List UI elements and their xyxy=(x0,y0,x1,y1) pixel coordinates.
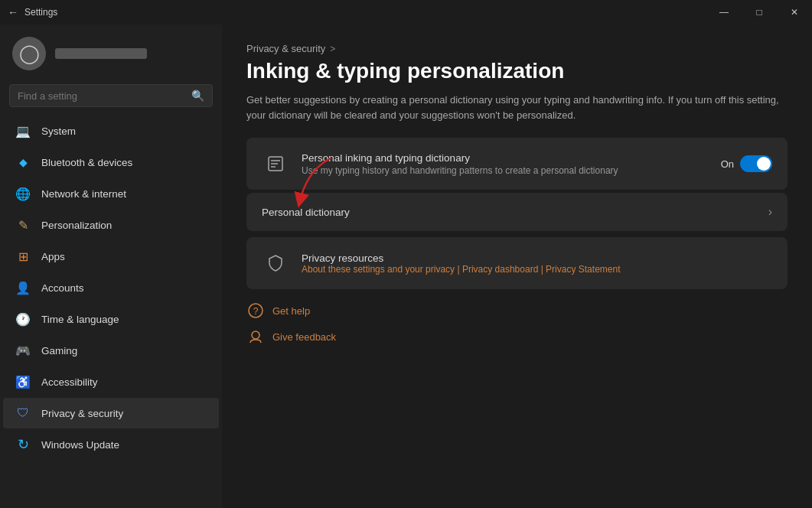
sidebar-item-label: Accessibility xyxy=(41,376,98,388)
sidebar-item-label: System xyxy=(41,125,76,137)
typing-dict-icon xyxy=(262,150,289,177)
sidebar-item-label: Windows Update xyxy=(41,439,119,451)
main-content: Privacy & security > Inking & typing per… xyxy=(222,24,812,508)
windows-update-icon: ↻ xyxy=(15,437,31,452)
sidebar-item-apps[interactable]: ⊞ Apps xyxy=(3,241,219,272)
typing-dict-title: Personal inking and typing dictionary xyxy=(302,152,709,164)
get-help-icon: ? xyxy=(246,301,265,320)
chevron-right-icon: › xyxy=(768,205,772,219)
privacy-icon: 🛡 xyxy=(15,405,31,421)
privacy-dashboard-link[interactable]: Privacy dashboard xyxy=(462,264,538,275)
svg-text:?: ? xyxy=(253,306,259,317)
privacy-resource-links: About these settings and your privacy | … xyxy=(302,264,772,275)
accounts-icon: 👤 xyxy=(15,280,31,295)
sidebar-item-label: Personalization xyxy=(41,220,112,231)
sidebar-item-time[interactable]: 🕐 Time & language xyxy=(3,304,219,334)
svg-point-6 xyxy=(252,331,259,339)
personal-dict-text: Personal dictionary xyxy=(262,207,756,218)
privacy-resources-card: Privacy resources About these settings a… xyxy=(246,237,788,289)
app-container: ◯ 🔍 💻 System ◆ Bluetooth & devices 🌐 Net… xyxy=(0,24,812,508)
sidebar-item-privacy[interactable]: 🛡 Privacy & security xyxy=(3,398,219,428)
search-input[interactable] xyxy=(18,90,185,102)
privacy-resources-title: Privacy resources xyxy=(302,252,772,264)
personal-dict-title: Personal dictionary xyxy=(262,207,756,218)
sidebar-item-label: Accounts xyxy=(41,282,84,294)
typing-dict-toggle[interactable] xyxy=(740,155,772,172)
bluetooth-icon: ◆ xyxy=(15,155,31,170)
apps-icon: ⊞ xyxy=(15,249,31,264)
toggle-container: On xyxy=(721,155,772,172)
privacy-statement-link[interactable]: Privacy Statement xyxy=(546,264,620,275)
get-help-link[interactable]: ? Get help xyxy=(246,301,788,320)
sidebar-header: ◯ xyxy=(0,24,222,80)
sidebar-item-label: Time & language xyxy=(41,314,119,325)
avatar-icon: ◯ xyxy=(19,43,40,64)
give-feedback-label: Give feedback xyxy=(272,331,336,343)
back-icon[interactable]: ← xyxy=(8,6,18,18)
personalization-icon: ✎ xyxy=(15,217,31,233)
personal-dict-card: Personal dictionary › xyxy=(246,193,788,231)
sidebar-item-label: Privacy & security xyxy=(41,408,123,419)
app-title: Settings xyxy=(24,7,57,18)
accessibility-icon: ♿ xyxy=(15,374,31,389)
sidebar-item-gaming[interactable]: 🎮 Gaming xyxy=(3,335,219,366)
toggle-label: On xyxy=(721,158,734,170)
search-icon: 🔍 xyxy=(191,90,204,102)
breadcrumb-separator: > xyxy=(330,44,335,54)
about-settings-link[interactable]: About these settings and your privacy xyxy=(302,264,455,275)
avatar[interactable]: ◯ xyxy=(12,37,46,70)
sidebar-item-system[interactable]: 💻 System xyxy=(3,116,219,146)
titlebar-left: ← Settings xyxy=(8,6,57,18)
titlebar: ← Settings — □ ✕ xyxy=(0,0,812,24)
page-title: Inking & typing personalization xyxy=(246,59,788,83)
sidebar-item-accounts[interactable]: 👤 Accounts xyxy=(3,272,219,303)
breadcrumb: Privacy & security > xyxy=(246,43,788,54)
give-feedback-link[interactable]: Give feedback xyxy=(246,327,788,346)
typing-dict-text: Personal inking and typing dictionary Us… xyxy=(302,152,709,176)
nav-list: 💻 System ◆ Bluetooth & devices 🌐 Network… xyxy=(0,115,222,461)
search-box[interactable]: 🔍 xyxy=(9,84,213,107)
sidebar-item-label: Bluetooth & devices xyxy=(41,157,132,168)
sidebar-item-accessibility[interactable]: ♿ Accessibility xyxy=(3,366,219,397)
privacy-resources-row: Privacy resources About these settings a… xyxy=(246,237,788,289)
privacy-resources-text: Privacy resources About these settings a… xyxy=(302,252,772,275)
close-button[interactable]: ✕ xyxy=(777,0,812,24)
time-icon: 🕐 xyxy=(15,311,31,327)
sidebar-item-network[interactable]: 🌐 Network & internet xyxy=(3,178,219,209)
help-links: ? Get help Give feedback xyxy=(246,301,788,346)
network-icon: 🌐 xyxy=(15,186,31,201)
typing-dict-subtitle: Use my typing history and handwriting pa… xyxy=(302,165,709,176)
system-icon: 💻 xyxy=(15,123,31,138)
titlebar-controls: — □ ✕ xyxy=(706,0,812,24)
sidebar-item-bluetooth[interactable]: ◆ Bluetooth & devices xyxy=(3,147,219,177)
give-feedback-icon xyxy=(246,327,265,346)
gaming-icon: 🎮 xyxy=(15,343,31,358)
privacy-resources-icon xyxy=(262,249,289,277)
typing-dict-row: Personal inking and typing dictionary Us… xyxy=(246,138,788,190)
sidebar-item-personalization[interactable]: ✎ Personalization xyxy=(3,210,219,240)
sidebar-item-label: Network & internet xyxy=(41,188,126,200)
toggle-knob xyxy=(757,157,771,171)
sidebar: ◯ 🔍 💻 System ◆ Bluetooth & devices 🌐 Net… xyxy=(0,24,222,508)
get-help-label: Get help xyxy=(272,305,310,317)
username-display xyxy=(55,48,147,59)
sidebar-item-label: Apps xyxy=(41,251,65,262)
maximize-button[interactable]: □ xyxy=(742,0,777,24)
breadcrumb-parent[interactable]: Privacy & security xyxy=(246,43,325,54)
sidebar-item-windows-update[interactable]: ↻ Windows Update xyxy=(3,429,219,460)
minimize-button[interactable]: — xyxy=(706,0,742,24)
personal-dict-row[interactable]: Personal dictionary › xyxy=(246,193,788,231)
typing-dict-card: Personal inking and typing dictionary Us… xyxy=(246,138,788,190)
page-description: Get better suggestions by creating a per… xyxy=(246,93,782,122)
sidebar-item-label: Gaming xyxy=(41,345,77,357)
